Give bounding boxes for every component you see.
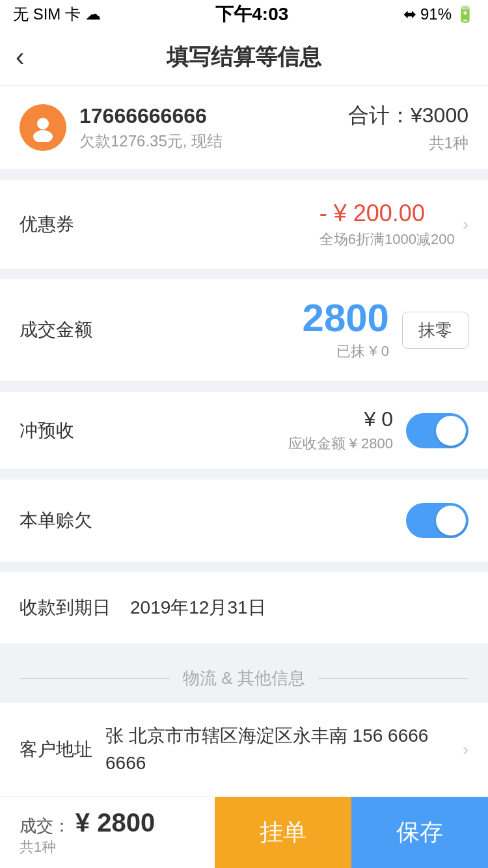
battery-level: 91% [420,5,452,23]
customer-info-row: 17666666666 欠款1276.35元, 现结 合计：¥3000 共1种 [0,86,488,169]
customer-details: 17666666666 欠款1276.35元, 现结 [79,104,348,152]
save-button[interactable]: 保存 [351,797,488,869]
due-date-label: 收款到期日 [20,595,111,620]
section-divider: 物流 & 其他信息 [0,654,488,703]
bottom-amount: ¥ 2800 [75,808,155,837]
prepay-amounts: ¥ 0 应收金额 ¥ 2800 [288,407,393,454]
status-time: 下午4:03 [215,2,288,27]
status-bar: 无 SIM 卡 ☁ 下午4:03 ⬌ 91% 🔋 [0,0,488,29]
back-button[interactable]: ‹ [16,42,24,72]
section-divider-text: 物流 & 其他信息 [183,667,305,690]
status-left: 无 SIM 卡 ☁ [13,4,101,25]
bottom-deal-row: 成交： ¥ 2800 [20,808,195,837]
total-label: 合计： [348,103,411,127]
address-row[interactable]: 客户地址 张 北京市市辖区海淀区永丰南 156 6666 6666 › [0,703,488,796]
gray-divider-1 [0,269,488,279]
coupon-label: 优惠券 [20,212,74,237]
coupon-desc: 全场6折满1000减200 [319,230,455,249]
battery-icon: ⬌ [403,5,416,23]
prepay-toggle[interactable] [406,413,468,448]
deal-wiped: 已抹 ¥ 0 [303,342,389,361]
deal-right: 2800 已抹 ¥ 0 抹零 [303,299,468,361]
deal-amount-label: 成交金额 [20,318,92,342]
deal-amount-row: 成交金额 2800 已抹 ¥ 0 抹零 [0,279,488,381]
deal-amount-wrap: 2800 已抹 ¥ 0 [303,299,389,361]
coupon-amount: - ¥ 200.00 [319,200,455,227]
svg-point-0 [37,118,49,129]
chevron-right-icon: › [463,214,468,235]
prepay-zero: ¥ 0 [288,407,393,431]
address-value: 张 北京市市辖区海淀区永丰南 156 6666 6666 [105,722,450,777]
total-value: ¥3000 [411,103,468,127]
customer-total: 合计：¥3000 共1种 [348,102,468,154]
address-label: 客户地址 [20,737,92,762]
hang-order-button[interactable]: 挂单 [215,797,351,869]
address-chevron-icon: › [463,739,468,760]
battery-full-icon: 🔋 [455,5,475,23]
debt-label: 本单赊欠 [20,508,92,533]
status-right: ⬌ 91% 🔋 [403,5,475,23]
total-count: 共1种 [348,133,468,154]
content-area: 17666666666 欠款1276.35元, 现结 合计：¥3000 共1种 … [0,86,488,868]
coupon-row[interactable]: 优惠券 - ¥ 200.00 全场6折满1000减200 › [0,180,488,269]
due-date-row: 收款到期日 2019年12月31日 [0,572,488,644]
prepay-receivable: 应收金额 ¥ 2800 [288,434,393,454]
nav-title: 填写结算等信息 [167,42,321,72]
wipe-zero-button[interactable]: 抹零 [402,312,468,349]
prepay-right: ¥ 0 应收金额 ¥ 2800 [288,407,468,454]
nav-bar: ‹ 填写结算等信息 [0,29,488,86]
deal-amount-value: 2800 [303,299,389,338]
bottom-deal-label: 成交： [20,816,70,835]
bottom-count: 共1种 [20,837,195,857]
prepay-row: 冲预收 ¥ 0 应收金额 ¥ 2800 [0,391,488,469]
gray-divider-2 [0,469,488,480]
coupon-info: - ¥ 200.00 全场6折满1000减200 [319,200,455,249]
customer-debt: 欠款1276.35元, 现结 [79,131,348,152]
due-date-value: 2019年12月31日 [130,595,266,620]
divider-line-right [318,678,468,679]
bottom-bar: 成交： ¥ 2800 共1种 挂单 保存 [0,796,488,868]
svg-point-1 [33,130,53,142]
debt-toggle[interactable] [406,503,468,538]
total-amount: 合计：¥3000 [348,102,468,130]
avatar [20,104,66,151]
bottom-info: 成交： ¥ 2800 共1种 [0,808,215,857]
debt-row: 本单赊欠 [0,480,488,562]
divider-line-left [20,678,170,679]
sim-label: 无 SIM 卡 ☁ [13,4,101,25]
toggle-knob [436,416,466,446]
coupon-right: - ¥ 200.00 全场6折满1000减200 › [319,200,468,249]
debt-toggle-knob [436,506,466,536]
prepay-label: 冲预收 [20,418,74,443]
customer-phone: 17666666666 [79,104,348,128]
